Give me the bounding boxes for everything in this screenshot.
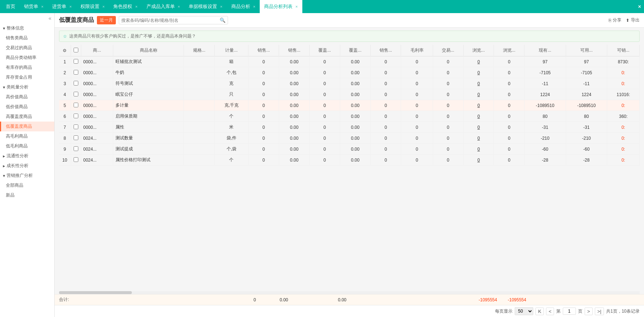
sidebar-section-flow[interactable]: ▸ 流通性分析 — [0, 151, 54, 161]
cell-check[interactable] — [71, 56, 81, 67]
nav-analysis[interactable]: 商品分析 × — [227, 0, 260, 13]
pagination-prev-button[interactable]: < — [546, 308, 554, 315]
cell-trade: 0 — [433, 133, 463, 144]
row-checkbox[interactable] — [74, 103, 78, 107]
sidebar-item-low-margin[interactable]: 低毛利商品 — [0, 141, 54, 151]
cell-browse1[interactable]: 0 — [463, 89, 494, 100]
footer-available: -1095554 — [502, 297, 531, 302]
cell-cover2: 0.00 — [340, 89, 370, 100]
cell-num: 9 — [59, 144, 71, 155]
sidebar-section-overview[interactable]: ▾ 整体信息 — [0, 23, 54, 33]
cell-browse1[interactable]: 0 — [463, 78, 494, 89]
sidebar-item-stocked-goods[interactable]: 有库存的商品 — [0, 63, 54, 72]
cell-browse1[interactable]: 0 — [463, 100, 494, 111]
nav-product-entry[interactable]: 产成品入库单 × — [142, 0, 184, 13]
cell-check[interactable] — [71, 78, 81, 89]
col-settings-header[interactable]: ⚙ — [59, 45, 71, 56]
sidebar-item-low-value[interactable]: 低价值商品 — [0, 102, 54, 112]
cell-check[interactable] — [71, 67, 81, 78]
cell-check[interactable] — [71, 144, 81, 155]
search-icon[interactable]: 🔍 — [220, 17, 225, 23]
cell-check[interactable] — [71, 155, 81, 166]
pagination-pagesize-label: 每页显示 — [495, 308, 513, 314]
pagination-next-button[interactable]: > — [585, 308, 593, 315]
cell-browse2: 0 — [494, 155, 525, 166]
nav-home[interactable]: 首页 — [1, 0, 20, 13]
sidebar-section-consumption[interactable]: ▾ 类耗量分析 — [0, 82, 54, 92]
nav-sales-close[interactable]: × — [41, 4, 43, 9]
cell-browse1[interactable]: 0 — [463, 133, 494, 144]
sidebar-section-marketing[interactable]: ▾ 营销推广分析 — [0, 171, 54, 181]
sidebar-item-low-coverage[interactable]: 低覆盖度商品 — [0, 122, 54, 131]
nav-purchase[interactable]: 进货单 × — [48, 0, 76, 13]
row-checkbox[interactable] — [74, 70, 78, 75]
cell-browse1[interactable]: 0 — [463, 155, 494, 166]
sidebar-item-traded-goods[interactable]: 交易过的商品 — [0, 43, 54, 53]
scrollbar-thumb[interactable] — [59, 291, 132, 294]
table-wrapper[interactable]: ⚙ 商... 商品名称 规格... 计量... 销售... 销售... 覆盖..… — [59, 45, 640, 291]
nav-template-close[interactable]: × — [220, 4, 222, 9]
horizontal-scrollbar[interactable] — [59, 291, 640, 294]
pagination-first-button[interactable]: K — [535, 308, 544, 315]
sidebar-item-all-goods[interactable]: 全部商品 — [0, 181, 54, 190]
cell-browse1[interactable]: 0 — [463, 144, 494, 155]
nav-purchase-close[interactable]: × — [69, 4, 71, 9]
cell-spec — [184, 155, 215, 166]
sidebar-item-new-goods[interactable]: 新品 — [0, 190, 54, 200]
pagination-last-button[interactable]: >| — [595, 308, 604, 315]
cell-browse1[interactable]: 0 — [463, 111, 494, 122]
cell-num: 2 — [59, 67, 71, 78]
sidebar-item-sales-goods[interactable]: 销售类商品 — [0, 33, 54, 43]
row-checkbox[interactable] — [74, 81, 78, 86]
cell-browse1[interactable]: 0 — [463, 122, 494, 133]
search-input[interactable] — [121, 18, 218, 23]
sidebar-section-growth[interactable]: ▸ 成长性分析 — [0, 161, 54, 171]
cell-name: 启用保质期 — [113, 111, 184, 122]
date-filter-button[interactable]: 近一月 — [97, 16, 116, 24]
export-button[interactable]: ⬆ 导出 — [626, 17, 640, 23]
select-all-checkbox[interactable] — [74, 48, 78, 52]
cell-unit: 箱 — [215, 56, 248, 67]
sidebar-collapse-button[interactable]: « — [0, 13, 54, 23]
cell-check[interactable] — [71, 122, 81, 133]
nav-sales[interactable]: 销货单 × — [20, 0, 48, 13]
nav-product-entry-close[interactable]: × — [178, 4, 180, 9]
row-checkbox[interactable] — [74, 157, 78, 162]
cell-gross: 0 — [401, 155, 433, 166]
nav-analysis-close[interactable]: × — [253, 4, 255, 9]
row-checkbox[interactable] — [74, 59, 78, 64]
cell-browse1[interactable]: 0 — [463, 67, 494, 78]
row-checkbox[interactable] — [74, 124, 78, 129]
cell-gross: 0 — [401, 133, 433, 144]
sidebar-item-high-value[interactable]: 高价值商品 — [0, 92, 54, 102]
cell-check[interactable] — [71, 133, 81, 144]
window-close-icon[interactable]: × — [638, 4, 641, 9]
pagination-page-input[interactable] — [563, 308, 576, 315]
pagination-pagesize-select[interactable]: 50 20 100 — [515, 307, 533, 315]
cell-check[interactable] — [71, 111, 81, 122]
cell-browse1[interactable]: 0 — [463, 56, 494, 67]
nav-role-close[interactable]: × — [135, 4, 137, 9]
nav-template[interactable]: 单据模板设置 × — [184, 0, 227, 13]
cell-check[interactable] — [71, 89, 81, 100]
cell-code: 0000... — [81, 122, 113, 133]
sidebar-item-high-margin[interactable]: 高毛利商品 — [0, 131, 54, 141]
row-checkbox[interactable] — [74, 92, 78, 96]
col-sales3-header: 销售... — [370, 45, 401, 56]
nav-permission[interactable]: 权限设置 × — [76, 0, 109, 13]
nav-analysis-list-close[interactable]: × — [295, 4, 298, 9]
row-checkbox[interactable] — [74, 135, 78, 140]
row-checkbox[interactable] — [74, 114, 78, 118]
row-checkbox[interactable] — [74, 146, 78, 151]
sidebar-item-category-rate[interactable]: 商品分类动销率 — [0, 53, 54, 63]
nav-role[interactable]: 角色授权 × — [109, 0, 142, 13]
nav-analysis-list[interactable]: 商品分析列表 × — [260, 0, 302, 13]
share-button[interactable]: ⎘ 分享 — [609, 17, 621, 23]
cell-check[interactable] — [71, 100, 81, 111]
cell-cover2: 0.00 — [340, 67, 370, 78]
sidebar-item-stock-capital[interactable]: 库存资金占用 — [0, 72, 54, 82]
cell-current: -60 — [525, 144, 566, 155]
cell-num: 7 — [59, 122, 71, 133]
nav-permission-close[interactable]: × — [102, 4, 105, 9]
sidebar-item-high-coverage[interactable]: 高覆盖度商品 — [0, 112, 54, 122]
